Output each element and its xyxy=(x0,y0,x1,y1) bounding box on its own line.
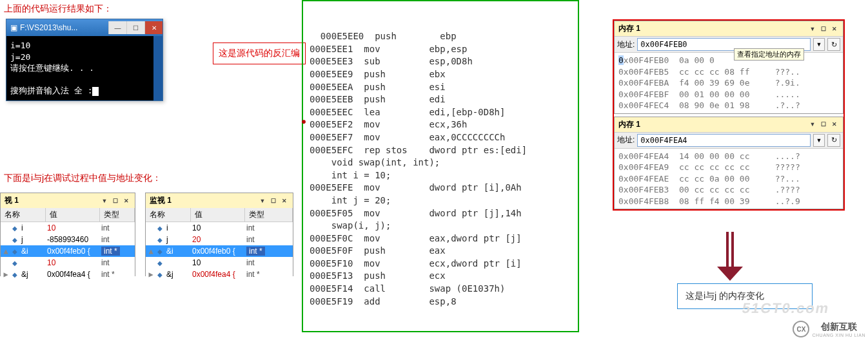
watch-row[interactable]: ▶◆&j0x00f4fea4 {int * xyxy=(1,269,135,280)
cube-icon: ◆ xyxy=(156,236,165,244)
watch-name: &i xyxy=(165,246,191,256)
watch-row[interactable]: ◆10int xyxy=(146,257,293,269)
watch-row[interactable]: ▲◆&i0x00f4feb0 {int * xyxy=(146,245,293,257)
watch-row[interactable]: ◆j20int xyxy=(146,234,293,245)
watch1-header: 名称 值 类型 xyxy=(1,208,135,222)
watch-name: j xyxy=(165,234,191,245)
memory-panel-2: 内存 1 ▼ ☐ ✕ 地址: ▼ ↻ 0x00F4FEA4 14 00 00 0… xyxy=(614,117,843,210)
console-title-text: F:\VS2013\shu... xyxy=(20,23,77,32)
cube-icon: ◆ xyxy=(11,236,20,244)
close-icon[interactable]: ✕ xyxy=(280,197,289,205)
tree-toggle-icon[interactable] xyxy=(146,227,156,229)
addr-label: 地址: xyxy=(617,39,635,50)
callout-disasm: 这是源代码的反汇编 xyxy=(213,42,306,64)
watch-row[interactable]: ◆i10int xyxy=(1,222,135,234)
close-button[interactable]: ✕ xyxy=(144,21,163,34)
watch-name xyxy=(20,262,46,263)
watch-panel-1: 视 1 ▼ ☐ ✕ 名称 值 类型 ◆i10int◆j-858993460int… xyxy=(0,193,135,276)
col-type[interactable]: 类型 xyxy=(100,208,135,222)
memory2-hex: 0x00F4FEA4 14 00 00 00 cc ....? 0x00F4FE… xyxy=(615,149,843,209)
watch-value: 10 xyxy=(191,223,245,233)
watch-row[interactable]: ◆i10int xyxy=(146,222,293,234)
tree-toggle-icon[interactable] xyxy=(146,239,156,240)
tree-toggle-icon[interactable] xyxy=(1,227,11,229)
dropdown-icon[interactable]: ▼ xyxy=(100,197,109,205)
cube-icon: ◆ xyxy=(11,270,20,279)
close-icon[interactable]: ✕ xyxy=(122,197,131,205)
tree-toggle-icon[interactable] xyxy=(1,239,11,240)
logo-sub: CHUANG XIN HU LIAN xyxy=(812,333,865,337)
watch-type: int xyxy=(245,223,293,233)
refresh-icon[interactable]: ↻ xyxy=(827,38,840,51)
disassembly-listing: ● 000E5EE0 push ebp 000E5EE1 mov ebp,esp… xyxy=(302,0,579,332)
memory1-title[interactable]: 内存 1 ▼ ☐ ✕ xyxy=(615,21,843,36)
addr-dropdown-icon[interactable]: ▼ xyxy=(813,134,825,147)
cube-icon: ◆ xyxy=(11,224,20,232)
logo-shadow-text: 51CT0.com xyxy=(740,300,831,317)
watch-value: -858993460 xyxy=(46,234,100,245)
watch1-title[interactable]: 视 1 ▼ ☐ ✕ xyxy=(1,193,135,208)
minimize-button[interactable]: — xyxy=(108,21,126,34)
window-icon[interactable]: ☐ xyxy=(819,25,828,33)
watch-value: 10 xyxy=(46,223,100,233)
watch-value: 0x00f4fea4 { xyxy=(46,269,100,279)
console-scroll-strip[interactable] xyxy=(153,36,163,100)
window-icon[interactable]: ☐ xyxy=(819,120,828,128)
maximize-button[interactable]: ☐ xyxy=(126,21,144,34)
col-value[interactable]: 值 xyxy=(191,208,245,222)
refresh-icon[interactable]: ↻ xyxy=(827,134,840,147)
tree-toggle-icon[interactable] xyxy=(146,262,156,263)
tree-toggle-icon[interactable]: ▲ xyxy=(146,246,156,256)
watch-value: 0x00f4feb0 { xyxy=(46,246,100,256)
window-icon[interactable]: ☐ xyxy=(269,197,278,205)
label-bottom-red: 下面是i与j在调试过程中值与地址变化： xyxy=(4,173,161,184)
tree-toggle-icon[interactable]: ▶ xyxy=(1,269,11,279)
col-value[interactable]: 值 xyxy=(46,208,100,222)
col-type[interactable]: 类型 xyxy=(245,208,293,222)
cube-icon: ◆ xyxy=(156,270,165,279)
watch-name: &j xyxy=(165,269,191,279)
col-name[interactable]: 名称 xyxy=(1,208,46,222)
console-app-icon: ▣ xyxy=(10,23,17,32)
addr-dropdown-icon[interactable]: ▼ xyxy=(813,38,825,51)
close-icon[interactable]: ✕ xyxy=(830,120,839,128)
dropdown-icon[interactable]: ▼ xyxy=(258,197,267,205)
cube-icon: ◆ xyxy=(11,247,20,256)
logo-brand: 创新互联 xyxy=(812,321,865,333)
watch-row[interactable]: ▶◆&j0x00f4fea4 {int * xyxy=(146,269,293,280)
console-window: ▣ F:\VS2013\shu... — ☐ ✕ i=10 j=20 请按任意键… xyxy=(6,19,163,101)
tooltip-mem: 查看指定地址的内存 xyxy=(734,48,804,61)
dropdown-icon[interactable]: ▼ xyxy=(808,25,817,33)
breakpoint-icon[interactable]: ● xyxy=(302,117,306,126)
tree-toggle-icon[interactable] xyxy=(1,262,11,263)
logo: CX 创新互联 CHUANG XIN HU LIAN xyxy=(793,321,865,337)
watch-value: 0x00f4fea4 { xyxy=(191,269,245,279)
watch-type: int xyxy=(100,223,135,233)
col-name[interactable]: 名称 xyxy=(146,208,191,222)
watch-type: int * xyxy=(245,246,293,256)
watch-name: j xyxy=(20,234,46,245)
tree-toggle-icon[interactable]: ▶ xyxy=(146,269,156,279)
watch-name: i xyxy=(20,223,46,233)
memory1-hex: 0x00F4FEB0 0a 00 0 0x00F4FEB5 cc cc cc 0… xyxy=(615,53,843,113)
close-icon[interactable]: ✕ xyxy=(830,25,839,33)
down-arrow-icon xyxy=(726,232,743,281)
watch-row[interactable]: ▲◆&i0x00f4feb0 {int * xyxy=(1,245,135,257)
watch-type: int xyxy=(245,234,293,245)
watch-row[interactable]: ◆10int xyxy=(1,257,135,269)
label-top-red: 上面的代码运行结果如下： xyxy=(4,3,112,15)
tree-toggle-icon[interactable]: ▲ xyxy=(1,246,11,256)
watch-type: int xyxy=(100,234,135,245)
dropdown-icon[interactable]: ▼ xyxy=(808,120,817,128)
memory2-title[interactable]: 内存 1 ▼ ☐ ✕ xyxy=(615,117,843,132)
window-icon[interactable]: ☐ xyxy=(111,197,120,205)
memory2-address-input[interactable] xyxy=(637,134,811,147)
watch-name: i xyxy=(165,223,191,233)
watch-value: 10 xyxy=(191,258,245,268)
watch-value: 20 xyxy=(191,234,245,245)
watch2-title[interactable]: 监视 1 ▼ ☐ ✕ xyxy=(146,193,293,208)
memory-panel-1: 内存 1 ▼ ☐ ✕ 地址: ▼ ↻ 0x00F4FEB0 0a 00 0 0x… xyxy=(614,21,843,114)
watch-name: &j xyxy=(20,269,46,279)
watch-row[interactable]: ◆j-858993460int xyxy=(1,234,135,245)
console-titlebar[interactable]: ▣ F:\VS2013\shu... — ☐ ✕ xyxy=(6,19,163,36)
